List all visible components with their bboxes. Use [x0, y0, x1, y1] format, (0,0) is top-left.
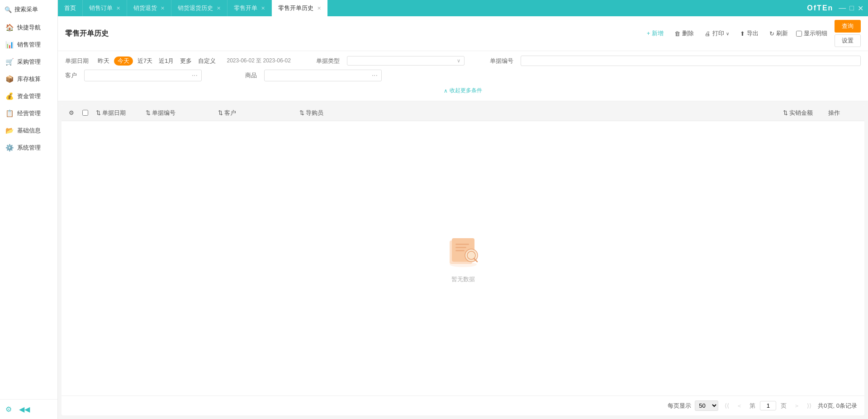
order-type-arrow-icon: ∨: [457, 58, 460, 64]
sort-icon: ⇅: [218, 109, 223, 116]
pagination: 每页显示 10 20 50 100 ⟨⟨ ＜ 第 页 ＞ ⟩⟩ 共0页, 0条记…: [62, 395, 864, 415]
delete-button[interactable]: 🗑 删除: [672, 28, 697, 39]
print-button[interactable]: 🖨 打印 ∨: [702, 28, 732, 39]
tab-sales-return-history[interactable]: 销货退货历史 ✕: [171, 0, 228, 16]
th-customer[interactable]: ⇅ 客户: [214, 109, 296, 117]
settings-bottom-icon[interactable]: ⚙: [5, 405, 12, 414]
th-settings[interactable]: ⚙: [65, 109, 79, 116]
customer-dots-icon[interactable]: ···: [192, 71, 198, 80]
th-amount-label: 实销金额: [789, 109, 813, 117]
sidebar-item-label: 销售管理: [17, 41, 41, 49]
order-num-field[interactable]: [525, 57, 857, 64]
page-navigation: ⟨⟨ ＜ 第 页 ＞ ⟩⟩: [722, 401, 814, 411]
tab-label: 销售订单: [89, 4, 113, 12]
tab-close-icon[interactable]: ✕: [217, 5, 221, 11]
window-maximize-btn[interactable]: □: [849, 4, 854, 12]
brand-label: OfTEn: [807, 4, 833, 12]
page-prefix: 第: [747, 401, 758, 411]
show-detail-checkbox-label[interactable]: 显示明细: [796, 29, 827, 38]
sort-icon: ⇅: [146, 109, 151, 116]
order-type-label: 单据类型: [316, 57, 340, 65]
settings-gear-icon[interactable]: ⚙: [69, 109, 74, 116]
toolbar: 零售开单历史 + 新增 🗑 删除 🖨 打印 ∨ ⬆ 导出 ↻ 刷新: [58, 16, 868, 51]
tab-home[interactable]: 首页: [58, 0, 83, 16]
sidebar-item-purchase[interactable]: 🛒 采购管理: [0, 53, 57, 71]
tab-retail-order-history[interactable]: 零售开单历史 ✕: [272, 0, 327, 16]
tab-bar: 首页 销售订单 ✕ 销货退货 ✕ 销货退货历史 ✕ 零售开单 ✕ 零售开单历史 …: [58, 0, 868, 16]
tab-sales-order[interactable]: 销售订单 ✕: [83, 0, 127, 16]
customer-input[interactable]: ···: [84, 70, 202, 81]
filter-row-2: 客户 ··· 商品 ···: [65, 70, 861, 81]
sidebar-item-nav[interactable]: 🏠 快捷导航: [0, 19, 57, 36]
sidebar-item-inventory[interactable]: 📦 库存核算: [0, 71, 57, 88]
last-page-btn[interactable]: ⟩⟩: [804, 401, 814, 410]
date-label: 单据日期: [65, 57, 89, 65]
show-detail-text: 显示明细: [804, 29, 827, 38]
print-icon: 🖨: [705, 30, 711, 37]
goods-input[interactable]: ···: [264, 70, 382, 81]
refresh-button[interactable]: ↻ 刷新: [767, 28, 791, 39]
date-opt-more[interactable]: 更多: [178, 56, 194, 66]
next-page-btn[interactable]: ＞: [791, 401, 802, 411]
page-title: 零售开单历史: [65, 29, 644, 38]
export-icon: ⬆: [740, 30, 745, 37]
th-date[interactable]: ⇅ 单据日期: [92, 109, 142, 117]
inventory-icon: 📦: [5, 75, 14, 83]
add-button[interactable]: + 新增: [644, 28, 666, 39]
first-page-btn[interactable]: ⟨⟨: [722, 401, 732, 410]
query-setting-btns: 查询 设置: [835, 20, 861, 47]
page-input[interactable]: [760, 401, 776, 410]
tab-label: 零售开单历史: [278, 4, 313, 12]
goods-label: 商品: [245, 71, 257, 80]
per-page-select[interactable]: 10 20 50 100: [695, 400, 718, 411]
tab-close-icon[interactable]: ✕: [261, 5, 265, 11]
collapse-icon[interactable]: ◀◀: [19, 405, 30, 414]
goods-field[interactable]: [268, 72, 372, 79]
th-amount[interactable]: ⇅ 实销金额: [779, 109, 825, 117]
setting-button[interactable]: 设置: [835, 34, 861, 47]
sidebar-item-label: 库存核算: [17, 75, 41, 83]
customer-field[interactable]: [88, 72, 192, 79]
window-minimize-btn[interactable]: —: [839, 4, 846, 12]
date-opt-custom[interactable]: 自定义: [196, 56, 218, 66]
th-op: 操作: [825, 109, 861, 117]
sidebar-item-system[interactable]: ⚙️ 系统管理: [0, 139, 57, 156]
sidebar-item-label: 采购管理: [17, 58, 41, 66]
date-opt-today[interactable]: 今天: [114, 56, 133, 66]
date-opt-1month[interactable]: 近1月: [157, 56, 175, 66]
basic-icon: 📂: [5, 127, 14, 135]
prev-page-btn[interactable]: ＜: [734, 401, 745, 411]
date-opt-yesterday[interactable]: 昨天: [96, 56, 111, 66]
sidebar-search[interactable]: 🔍 搜索采单: [0, 0, 57, 19]
select-all-checkbox[interactable]: [82, 110, 88, 116]
sidebar-item-label: 基础信息: [17, 127, 41, 135]
sidebar-item-finance[interactable]: 💰 资金管理: [0, 88, 57, 105]
order-num-input[interactable]: [521, 56, 861, 66]
order-type-select[interactable]: ∨: [347, 56, 465, 66]
th-checkbox[interactable]: [79, 110, 92, 116]
sidebar-item-basic[interactable]: 📂 基础信息: [0, 122, 57, 139]
refresh-icon: ↻: [769, 30, 774, 37]
export-button[interactable]: ⬆ 导出: [737, 28, 761, 39]
date-opt-7days[interactable]: 近7天: [136, 56, 154, 66]
collapse-text: 收起更多条件: [450, 87, 482, 94]
th-num[interactable]: ⇅ 单据编号: [142, 109, 214, 117]
show-detail-checkbox[interactable]: [796, 31, 802, 37]
sidebar-item-management[interactable]: 📋 经营管理: [0, 105, 57, 122]
tab-close-icon[interactable]: ✕: [317, 5, 321, 11]
sidebar-item-sales[interactable]: 📊 销售管理: [0, 36, 57, 53]
tab-close-icon[interactable]: ✕: [161, 5, 165, 11]
tab-sales-return[interactable]: 销货退货 ✕: [127, 0, 171, 16]
tab-retail-order[interactable]: 零售开单 ✕: [228, 0, 272, 16]
tab-label: 首页: [64, 4, 76, 12]
date-options: 昨天 今天 近7天 近1月 更多 自定义: [96, 56, 218, 66]
query-button[interactable]: 查询: [835, 20, 861, 33]
tab-label: 零售开单: [234, 4, 257, 12]
th-guide[interactable]: ⇅ 导购员: [296, 109, 779, 117]
delete-icon: 🗑: [674, 30, 680, 37]
collapse-btn[interactable]: ∧ 收起更多条件: [65, 85, 861, 96]
goods-dots-icon[interactable]: ···: [372, 71, 378, 80]
sidebar-bottom: ⚙ ◀◀: [0, 399, 57, 419]
window-close-btn[interactable]: ✕: [858, 4, 863, 13]
tab-close-icon[interactable]: ✕: [116, 5, 120, 11]
